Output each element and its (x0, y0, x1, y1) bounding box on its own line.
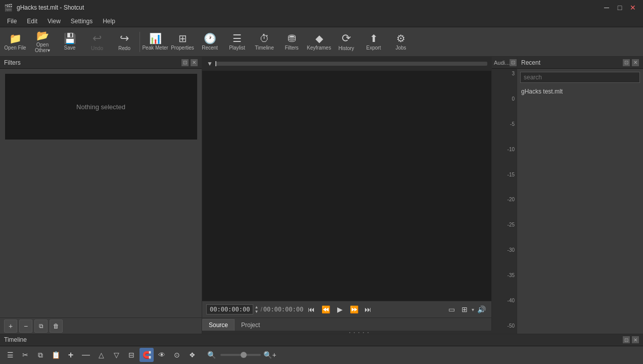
tab-project[interactable]: Project (235, 319, 266, 331)
timecode-up[interactable]: ▲ (254, 305, 258, 309)
timeline-split-button[interactable]: ⊟ (124, 348, 139, 362)
properties-icon: ⊞ (178, 33, 187, 43)
redo-button[interactable]: ↪ Redo (111, 29, 137, 55)
audio-scale: 3 0 -5 -10 -15 -20 -25 -30 -35 -40 -50 (492, 69, 517, 331)
minimize-button[interactable]: ─ (601, 3, 613, 13)
timeline-icon: ⏱ (259, 33, 269, 43)
title-text: gHacks test.mlt - Shotcut (17, 4, 84, 11)
scrubber-container: ▼ (202, 57, 491, 71)
audio-label-3: 3 (493, 71, 516, 76)
open-other-button[interactable]: 📂 Open Other▾ (29, 29, 56, 55)
save-icon: 💾 (64, 33, 76, 43)
transport-controls: 00:00:00:00 ▲ ▼ / 00:00:00:00 ⏮ ⏪ ▶ ⏩ (206, 303, 487, 315)
zoom-in-button[interactable]: 🔍+ (263, 348, 277, 362)
timeline-button[interactable]: ⏱ Timeline (251, 29, 278, 55)
toolbar: 📁 Open File 📂 Open Other▾ 💾 Save ↩ Undo … (0, 27, 643, 57)
peak-meter-icon: 📊 (149, 33, 162, 43)
menu-bar: File Edit View Settings Help (0, 15, 643, 27)
maximize-button[interactable]: □ (614, 3, 626, 13)
viewer-timeline-resize[interactable]: • • • • • (202, 331, 517, 334)
menu-settings[interactable]: Settings (66, 17, 98, 26)
open-file-button[interactable]: 📁 Open File (2, 29, 28, 55)
scrubber-track[interactable] (215, 62, 487, 66)
menu-file[interactable]: File (2, 17, 22, 26)
audio-float-button[interactable]: ⊡ (510, 59, 517, 66)
menu-help[interactable]: Help (98, 17, 120, 26)
recent-float-button[interactable]: ⊡ (623, 59, 630, 66)
tab-source[interactable]: Source (202, 319, 235, 331)
jobs-button[interactable]: ⚙ Jobs (388, 29, 414, 55)
timeline-toolbar: ☰ ✂ ⧉ 📋 + — △ ▽ ⊟ 🧲 👁 ⊙ ❖ 🔍 🔍+ (0, 346, 643, 364)
transport-bar: 00:00:00:00 ▲ ▼ / 00:00:00:00 ⏮ ⏪ ▶ ⏩ (202, 301, 491, 317)
timeline-add-button[interactable]: + (64, 348, 78, 362)
filters-content: Nothing selected + − ⧉ 🗑 (0, 69, 202, 334)
timeline-snap-button[interactable]: 🧲 (140, 348, 154, 362)
filter-icon: ⛃ (288, 33, 296, 43)
keyframes-button[interactable]: ◆ Keyframes (306, 29, 332, 55)
timeline-drop-button[interactable]: ▽ (109, 348, 123, 362)
properties-button[interactable]: ⊞ Properties (169, 29, 196, 55)
recent-panel-controls: ⊡ ✕ (623, 59, 639, 66)
list-item[interactable]: gHacks test.mlt (517, 86, 643, 97)
audio-label-neg25: -25 (493, 222, 516, 228)
audio-label-neg15: -15 (493, 172, 516, 177)
video-viewer: ▼ 00:00:00:00 ▲ ▼ (202, 57, 491, 331)
filters-copy-button[interactable]: ⧉ (34, 320, 48, 333)
time-separator: / (260, 306, 262, 313)
play-button[interactable]: ▶ (334, 303, 346, 315)
close-button[interactable]: ✕ (627, 3, 639, 13)
timeline-float-button[interactable]: ⊡ (623, 336, 630, 343)
filters-add-button[interactable]: + (4, 320, 17, 333)
filters-preview: Nothing selected (5, 74, 197, 140)
filters-panel: Filters ⊡ ✕ Nothing selected + − ⧉ 🗑 (0, 57, 202, 334)
skip-forward-button[interactable]: ⏭ (362, 303, 374, 315)
audio-meter-header: Audi... ⊡ ✕ (492, 57, 517, 69)
filters-delete-button[interactable]: 🗑 (50, 320, 63, 333)
undo-button[interactable]: ↩ Undo (84, 29, 110, 55)
scrubber-arrow: ▼ (206, 60, 213, 67)
export-button[interactable]: ⬆ Export (360, 29, 387, 55)
back-button[interactable]: ⏪ (319, 303, 332, 315)
recent-search-input[interactable] (520, 72, 640, 83)
zoom-slider[interactable] (220, 354, 261, 356)
volume-button[interactable]: 🔊 (475, 303, 487, 315)
forward-button[interactable]: ⏩ (348, 303, 360, 315)
timecode-display[interactable]: 00:00:00:00 (206, 304, 253, 314)
filters-close-button[interactable]: ✕ (191, 59, 198, 66)
audio-label-neg35: -35 (493, 272, 516, 278)
filters-remove-button[interactable]: − (19, 320, 32, 333)
filters-panel-controls: ⊡ ✕ (181, 59, 198, 66)
filters-button[interactable]: ⛃ Filters (279, 29, 305, 55)
audio-label-0: 0 (493, 96, 516, 102)
menu-edit[interactable]: Edit (22, 17, 42, 26)
filters-float-button[interactable]: ⊡ (181, 59, 189, 66)
folder-icon: 📁 (9, 33, 22, 43)
recent-button[interactable]: 🕐 Recent (197, 29, 223, 55)
recent-close-button[interactable]: ✕ (632, 59, 639, 66)
timeline-menu-button[interactable]: ☰ (3, 348, 17, 362)
save-button[interactable]: 💾 Save (57, 29, 83, 55)
timeline-cut-button[interactable]: ✂ (18, 348, 32, 362)
export-icon: ⬆ (370, 33, 378, 43)
timecode-down[interactable]: ▼ (254, 309, 258, 314)
timeline-group-button[interactable]: ❖ (185, 348, 199, 362)
title-bar: 🎬 gHacks test.mlt - Shotcut ─ □ ✕ (0, 0, 643, 15)
skip-back-button[interactable]: ⏮ (305, 303, 317, 315)
timeline-copy-button[interactable]: ⧉ (33, 348, 48, 362)
zoom-out-button[interactable]: 🔍 (204, 348, 218, 362)
timeline-preview-button[interactable]: 👁 (155, 348, 169, 362)
timeline-remove-button[interactable]: — (79, 348, 93, 362)
timeline-close-button[interactable]: ✕ (632, 336, 639, 343)
grid-arrow: ▾ (472, 307, 474, 312)
peak-meter-button[interactable]: 📊 Peak Meter (142, 29, 168, 55)
zoom-slider-container: 🔍 🔍+ (204, 348, 277, 362)
crop-button[interactable]: ▭ (445, 303, 457, 315)
transport-right: ▭ ⊞ ▾ 🔊 (445, 303, 487, 315)
menu-view[interactable]: View (42, 17, 66, 26)
grid-button[interactable]: ⊞ (458, 303, 471, 315)
timeline-paste-button[interactable]: 📋 (49, 348, 63, 362)
history-button[interactable]: ⟳ History (333, 29, 359, 55)
playlist-button[interactable]: ☰ Playlist (224, 29, 250, 55)
timeline-center-button[interactable]: ⊙ (170, 348, 184, 362)
timeline-lift-button[interactable]: △ (94, 348, 108, 362)
